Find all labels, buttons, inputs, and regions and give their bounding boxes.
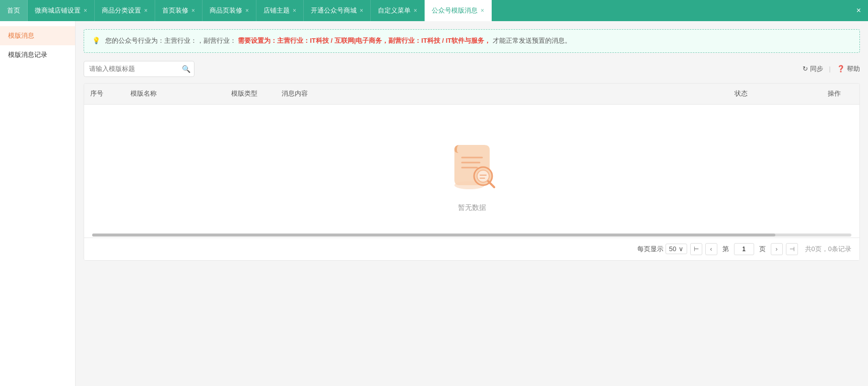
notice-suffix: 才能正常发送预置的消息。: [493, 37, 571, 44]
empty-icon: [442, 135, 502, 195]
sidebar-item-template-record[interactable]: 模版消息记录: [0, 45, 75, 64]
th-status: 状态: [728, 89, 809, 98]
total-info: 共0页，0条记录: [805, 245, 851, 254]
toolbar-right: ↻ 同步 | ❓ 帮助: [803, 64, 860, 73]
nav-tab-custom-menu-label: 自定义菜单: [378, 6, 411, 15]
page-size-label: 每页显示: [637, 245, 663, 254]
search-icon[interactable]: 🔍: [182, 65, 190, 73]
svg-point-5: [477, 170, 489, 182]
sidebar: 模版消息 模版消息记录: [0, 21, 76, 386]
help-icon: ❓: [837, 65, 845, 72]
page-size-value: 50: [669, 245, 676, 253]
page-prefix: 第: [722, 245, 729, 254]
notice-highlight: 需要设置为：主营行业：IT科技 / 互联网|电子商务，副营行业：IT科技 / I…: [238, 37, 491, 44]
search-bar: 🔍 ↻ 同步 | ❓ 帮助: [84, 61, 860, 77]
bulb-icon: 💡: [92, 37, 100, 44]
page-unit: 页: [759, 245, 766, 254]
nav-tab-shop-settings[interactable]: 微商城店铺设置 ×: [28, 0, 95, 21]
nav-tab-template-msg-label: 公众号模版消息: [432, 6, 478, 15]
sync-button[interactable]: ↻ 同步: [803, 64, 823, 73]
search-input-wrap: 🔍: [84, 61, 194, 77]
prev-page-button[interactable]: ‹: [705, 243, 717, 255]
close-template-msg[interactable]: ×: [481, 7, 484, 14]
nav-tab-product-decoration[interactable]: 商品页装修 ×: [203, 0, 256, 21]
last-page-button[interactable]: ⊣: [786, 243, 798, 255]
page-number-input[interactable]: [734, 243, 754, 255]
divider: |: [829, 65, 831, 72]
close-store-theme[interactable]: ×: [293, 7, 296, 14]
help-button[interactable]: ❓ 帮助: [837, 64, 860, 73]
nav-tab-open-mall[interactable]: 开通公众号商城 ×: [304, 0, 371, 21]
data-table: 序号 模版名称 模版类型 消息内容 状态 操作: [84, 83, 860, 261]
first-page-button[interactable]: ⊢: [690, 243, 702, 255]
search-input[interactable]: [84, 61, 194, 77]
horizontal-scrollbar[interactable]: [84, 234, 859, 237]
th-type: 模版类型: [225, 89, 276, 98]
page-size-selector: 每页显示 50 ∨: [637, 244, 687, 254]
page-size-select-box[interactable]: 50 ∨: [665, 244, 687, 254]
pagination: 每页显示 50 ∨ ⊢ ‹ 第 页 › ⊣ 共0页，0条记录: [84, 238, 859, 260]
empty-text: 暂无数据: [458, 203, 486, 212]
close-home-decoration[interactable]: ×: [191, 7, 195, 14]
th-seq: 序号: [84, 89, 124, 98]
help-label: 帮助: [847, 64, 860, 73]
nav-tab-home-decoration-label: 首页装修: [162, 6, 188, 15]
close-shop-settings[interactable]: ×: [84, 7, 87, 14]
top-navigation: 首页 微商城店铺设置 × 商品分类设置 × 首页装修 × 商品页装修 × 店铺主…: [0, 0, 868, 21]
sidebar-item-template-record-label: 模版消息记录: [8, 51, 47, 58]
close-all-tabs[interactable]: ×: [849, 0, 868, 21]
sync-label: 同步: [810, 64, 823, 73]
content-area: 💡 您的公众号行业为：主营行业：，副营行业： 需要设置为：主营行业：IT科技 /…: [76, 21, 868, 386]
th-content: 消息内容: [276, 89, 728, 98]
nav-tab-store-theme-label: 店铺主题: [263, 6, 290, 15]
nav-tab-home-label: 首页: [7, 6, 20, 15]
th-action: 操作: [809, 89, 859, 98]
close-open-mall[interactable]: ×: [360, 7, 363, 14]
close-product-decoration[interactable]: ×: [245, 7, 249, 14]
sidebar-item-template-message[interactable]: 模版消息: [0, 26, 75, 45]
close-custom-menu[interactable]: ×: [414, 7, 417, 14]
nav-tab-product-decoration-label: 商品页装修: [210, 6, 242, 15]
table-header: 序号 模版名称 模版类型 消息内容 状态 操作: [84, 84, 859, 105]
nav-tab-custom-menu[interactable]: 自定义菜单 ×: [371, 0, 425, 21]
sync-icon: ↻: [803, 65, 808, 72]
nav-tab-shop-settings-label: 微商城店铺设置: [35, 6, 81, 15]
svg-line-6: [488, 181, 494, 187]
close-category-settings[interactable]: ×: [144, 7, 148, 14]
next-page-button[interactable]: ›: [771, 243, 783, 255]
chevron-down-icon: ∨: [679, 245, 684, 253]
nav-tab-open-mall-label: 开通公众号商城: [311, 6, 357, 15]
nav-tab-home-decoration[interactable]: 首页装修 ×: [155, 0, 203, 21]
sidebar-item-template-message-label: 模版消息: [8, 32, 34, 39]
nav-tab-template-msg[interactable]: 公众号模版消息 ×: [425, 0, 492, 21]
th-name: 模版名称: [124, 89, 225, 98]
nav-tab-category-label: 商品分类设置: [102, 6, 141, 15]
nav-tab-store-theme[interactable]: 店铺主题 ×: [256, 0, 304, 21]
main-layout: 模版消息 模版消息记录 💡 您的公众号行业为：主营行业：，副营行业： 需要设置为…: [0, 21, 868, 386]
notice-box: 💡 您的公众号行业为：主营行业：，副营行业： 需要设置为：主营行业：IT科技 /…: [84, 29, 860, 53]
nav-tab-category-settings[interactable]: 商品分类设置 ×: [95, 0, 155, 21]
nav-tab-home[interactable]: 首页: [0, 0, 28, 21]
empty-state: 暂无数据: [84, 105, 859, 233]
notice-prefix: 您的公众号行业为：主营行业：，副营行业：: [105, 37, 236, 44]
